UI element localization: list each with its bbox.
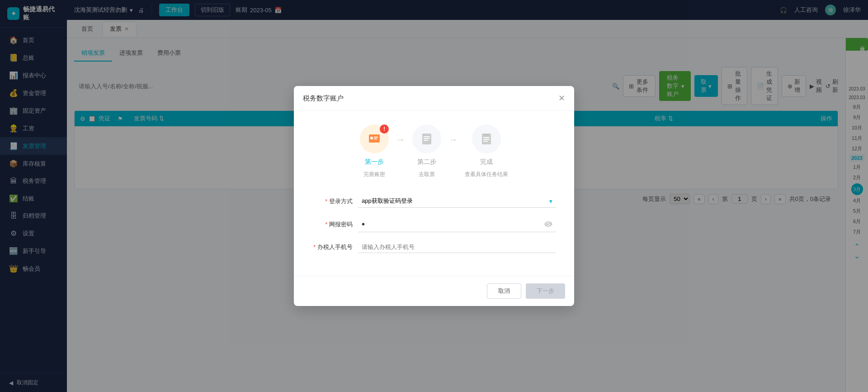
svg-rect-7 bbox=[424, 136, 430, 137]
modal-footer: 取消 下一步 bbox=[294, 276, 574, 306]
step-1-svg bbox=[365, 130, 383, 148]
login-method-row: * 登录方式 app获取验证码登录 ▾ bbox=[312, 195, 556, 208]
svg-rect-3 bbox=[374, 137, 378, 138]
next-button[interactable]: 下一步 bbox=[526, 283, 565, 299]
modal-overlay: 税务数字账户 ✕ ! bbox=[0, 0, 868, 392]
step-2-svg bbox=[418, 130, 436, 148]
phone-row: * 办税人手机号 bbox=[312, 241, 556, 253]
tax-account-modal: 税务数字账户 ✕ ! bbox=[294, 86, 574, 306]
login-method-label: * 登录方式 bbox=[312, 197, 353, 206]
svg-rect-12 bbox=[483, 137, 490, 138]
step-3-title: 完成 bbox=[480, 158, 493, 166]
step-1-desc: 完善账密 bbox=[363, 171, 385, 178]
step-3-icon-wrap bbox=[472, 124, 501, 153]
svg-rect-4 bbox=[374, 139, 377, 139]
phone-input[interactable] bbox=[358, 241, 556, 253]
step-2-desc: 去取票 bbox=[419, 171, 435, 178]
modal-close-button[interactable]: ✕ bbox=[558, 93, 565, 103]
login-method-select[interactable]: app获取验证码登录 ▾ bbox=[358, 195, 556, 208]
step-1-badge: ! bbox=[380, 124, 389, 134]
svg-point-2 bbox=[370, 137, 373, 139]
step-1: ! 第一步 完善账密 bbox=[360, 124, 389, 178]
login-method-value: app获取验证码登录 bbox=[362, 197, 413, 205]
password-dot: • bbox=[362, 219, 365, 229]
modal-header: 税务数字账户 ✕ bbox=[294, 86, 574, 111]
steps: ! 第一步 完善账密 → bbox=[312, 124, 556, 178]
modal-body: ! 第一步 完善账密 → bbox=[294, 111, 574, 276]
step-2-title: 第二步 bbox=[417, 158, 436, 166]
password-label: * 网报密码 bbox=[312, 220, 353, 229]
phone-label: * 办税人手机号 bbox=[312, 243, 353, 251]
step-3-desc: 查看具体任务结果 bbox=[465, 171, 508, 178]
svg-rect-8 bbox=[424, 138, 430, 139]
step-2: 第二步 去取票 bbox=[412, 124, 441, 178]
step-2-icon-wrap bbox=[412, 124, 441, 153]
step-3-svg bbox=[477, 130, 495, 148]
svg-rect-13 bbox=[483, 139, 490, 140]
step-1-title: 第一步 bbox=[365, 158, 384, 166]
cancel-button[interactable]: 取消 bbox=[487, 283, 521, 299]
password-wrap: • bbox=[358, 217, 556, 232]
svg-rect-14 bbox=[483, 141, 488, 142]
password-row: * 网报密码 • bbox=[312, 217, 556, 232]
login-method-dropdown-icon: ▾ bbox=[549, 198, 552, 205]
arrow-1-2: → bbox=[396, 134, 405, 145]
arrow-2-3: → bbox=[448, 134, 458, 145]
step-3: 完成 查看具体任务结果 bbox=[465, 124, 508, 178]
svg-rect-9 bbox=[424, 140, 428, 141]
modal-title: 税务数字账户 bbox=[303, 94, 344, 103]
password-toggle-icon[interactable] bbox=[544, 221, 552, 228]
step-1-icon-wrap: ! bbox=[360, 124, 389, 153]
